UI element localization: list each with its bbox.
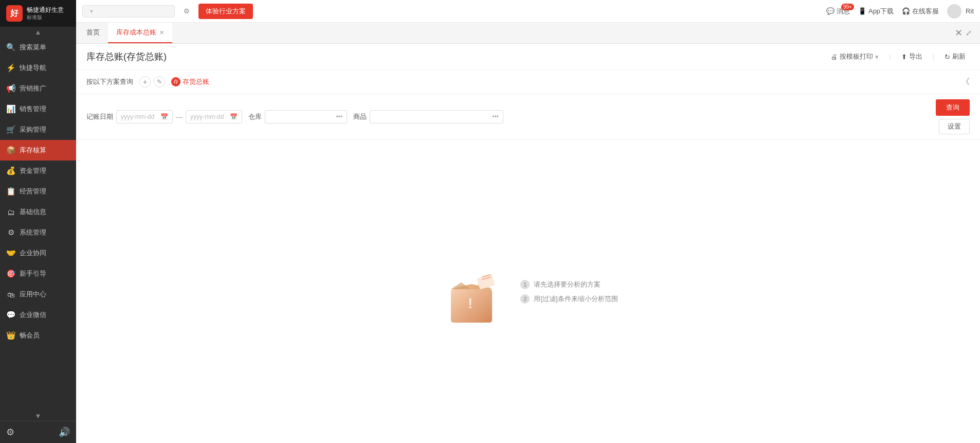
filter-actions: + ✎: [139, 76, 165, 87]
empty-illustration: !: [438, 261, 500, 323]
sidebar-search-label: 搜索菜单: [20, 43, 46, 52]
topbar-search-area[interactable]: ▾: [82, 5, 175, 17]
warehouse-select[interactable]: •••: [265, 110, 347, 123]
export-label: 导出: [909, 52, 922, 61]
message-icon: 💬: [826, 7, 834, 15]
sidebar-item-sales[interactable]: 📊 销售管理: [0, 99, 76, 119]
filter-edit-button[interactable]: ✎: [154, 76, 165, 87]
sidebar-item-purchase[interactable]: 🛒 采购管理: [0, 119, 76, 140]
appstore-icon: 🛍: [6, 290, 15, 299]
sidebar-nav: 🔍 搜索菜单 ⚡ 快捷导航 📢 营销推广 📊 销售管理 🛒 采购管理 📦 库存核…: [0, 37, 76, 411]
basic-icon: 🗂: [6, 207, 15, 217]
sidebar-item-label-appstore: 应用中心: [20, 290, 46, 299]
message-badge: 99+: [841, 4, 854, 10]
sidebar-item-system[interactable]: ⚙ 系统管理: [0, 222, 76, 243]
main-area: ▾ ⚙ 体验行业方案 💬 消息 99+ 📱 App下载 🎧 在线客服 Rit: [76, 0, 980, 443]
svg-rect-3: [477, 274, 495, 289]
settings-button[interactable]: 设置: [939, 119, 970, 134]
hint-text-2: 用[过滤]条件来缩小分析范围: [534, 294, 618, 304]
app-sub: 标准版: [27, 14, 64, 21]
goods-select[interactable]: •••: [370, 110, 503, 123]
sidebar-item-label-marketing: 营销推广: [20, 84, 46, 93]
topbar-right: 💬 消息 99+ 📱 App下载 🎧 在线客服 Rit: [826, 4, 974, 19]
page-title: 库存总账(存货总账): [86, 50, 167, 63]
date-end-input[interactable]: yyyy-mm-dd 📅: [186, 110, 242, 123]
sidebar-item-quick-nav[interactable]: ⚡ 快捷导航: [0, 58, 76, 78]
filter-collapse-button[interactable]: 《: [961, 77, 970, 87]
tab-close-icon[interactable]: ✕: [159, 29, 164, 36]
avatar: [947, 4, 961, 19]
date-start-placeholder: yyyy-mm-dd: [121, 113, 154, 120]
print-icon: 🖨: [831, 53, 838, 61]
sound-icon[interactable]: 🔊: [59, 427, 70, 438]
tab-inventory-ledger-label: 库存成本总账: [116, 28, 156, 37]
sidebar-scroll-down[interactable]: ▼: [0, 411, 76, 421]
topbar-settings-icon[interactable]: ⚙: [179, 4, 194, 19]
print-chevron-icon: ▾: [875, 53, 879, 61]
filter-scheme-label: 存货总账: [183, 77, 209, 86]
print-template-button[interactable]: 🖨 按模板打印 ▾: [827, 50, 883, 63]
sidebar-scroll-up[interactable]: ▲: [0, 27, 76, 37]
export-icon: ⬆: [901, 53, 907, 61]
sidebar-item-operation[interactable]: 📋 经营管理: [0, 181, 76, 202]
sidebar-item-label-member: 畅会员: [20, 331, 40, 340]
sidebar-item-label-system: 系统管理: [20, 228, 46, 237]
sidebar-item-marketing[interactable]: 📢 营销推广: [0, 78, 76, 99]
refresh-icon: ↻: [945, 53, 950, 61]
system-icon: ⚙: [6, 228, 15, 237]
date-start-input[interactable]: yyyy-mm-dd 📅: [116, 110, 173, 123]
sidebar-item-member[interactable]: 👑 畅会员: [0, 325, 76, 346]
user-area[interactable]: Rit: [947, 4, 974, 19]
action-divider-2: |: [933, 53, 934, 61]
finance-icon: 💰: [6, 166, 15, 175]
sidebar-item-search[interactable]: 🔍 搜索菜单: [0, 37, 76, 58]
coop-icon: 🤝: [6, 249, 15, 258]
operation-icon: 📋: [6, 187, 15, 196]
tab-home[interactable]: 首页: [78, 23, 108, 43]
user-name: Rit: [966, 7, 974, 15]
marketing-icon: 📢: [6, 84, 15, 93]
empty-hint-2: 2 用[过滤]条件来缩小分析范围: [520, 294, 618, 304]
warehouse-more-icon: •••: [336, 113, 342, 120]
sidebar: 好 畅捷通好生意 标准版 ▲ 🔍 搜索菜单 ⚡ 快捷导航 📢 营销推广 📊 销售…: [0, 0, 76, 443]
filter-scheme-list: 存 存货总账: [171, 77, 955, 86]
empty-state: ! 1 请先选择要分析的方案: [76, 140, 980, 443]
warehouse-label: 仓库: [248, 112, 262, 121]
export-button[interactable]: ⬆ 导出: [897, 50, 927, 63]
quick-nav-icon: ⚡: [6, 63, 15, 73]
sidebar-item-inventory[interactable]: 📦 库存核算: [0, 140, 76, 161]
date-separator: —: [176, 113, 183, 121]
inventory-icon: 📦: [6, 146, 15, 155]
sidebar-item-wechat[interactable]: 💬 企业微信: [0, 305, 76, 325]
close-panel-button[interactable]: ✕ ⤢: [949, 23, 978, 43]
app-logo: 好 畅捷通好生意 标准版: [0, 0, 76, 27]
date-label: 记账日期: [86, 112, 113, 121]
search-icon: 🔍: [6, 43, 15, 52]
expand-icon: ⤢: [966, 29, 972, 37]
sidebar-item-coop[interactable]: 🤝 企业协同: [0, 243, 76, 263]
sidebar-item-basic[interactable]: 🗂 基础信息: [0, 202, 76, 222]
query-button[interactable]: 查询: [936, 99, 970, 116]
tab-inventory-ledger[interactable]: 库存成本总账 ✕: [108, 23, 172, 43]
calendar-start-icon: 📅: [160, 113, 168, 120]
messages-button[interactable]: 💬 消息 99+: [826, 7, 850, 16]
sidebar-item-label-quick-nav: 快捷导航: [20, 63, 46, 73]
sidebar-item-label-finance: 资金管理: [20, 166, 46, 175]
svg-text:!: !: [468, 295, 473, 311]
app-download-icon: 📱: [858, 7, 866, 15]
tabbar: 首页 库存成本总账 ✕ ✕ ⤢: [76, 23, 980, 44]
sidebar-item-label-coop: 企业协同: [20, 249, 46, 258]
settings-bottom-icon[interactable]: ⚙: [6, 427, 14, 438]
industry-button[interactable]: 体验行业方案: [198, 4, 253, 19]
filter-scheme-item[interactable]: 存 存货总账: [171, 77, 209, 86]
sidebar-item-guide[interactable]: 🎯 新手引导: [0, 263, 76, 284]
online-support-button[interactable]: 🎧 在线客服: [902, 7, 939, 16]
app-download-button[interactable]: 📱 App下载: [858, 7, 894, 16]
goods-more-icon: •••: [492, 113, 499, 120]
sidebar-item-finance[interactable]: 💰 资金管理: [0, 161, 76, 181]
refresh-button[interactable]: ↻ 刷新: [940, 50, 970, 63]
sidebar-item-appstore[interactable]: 🛍 应用中心: [0, 284, 76, 305]
hint-text-1: 请先选择要分析的方案: [534, 280, 601, 289]
sidebar-item-label-sales: 销售管理: [20, 104, 46, 114]
filter-add-button[interactable]: +: [139, 76, 151, 87]
